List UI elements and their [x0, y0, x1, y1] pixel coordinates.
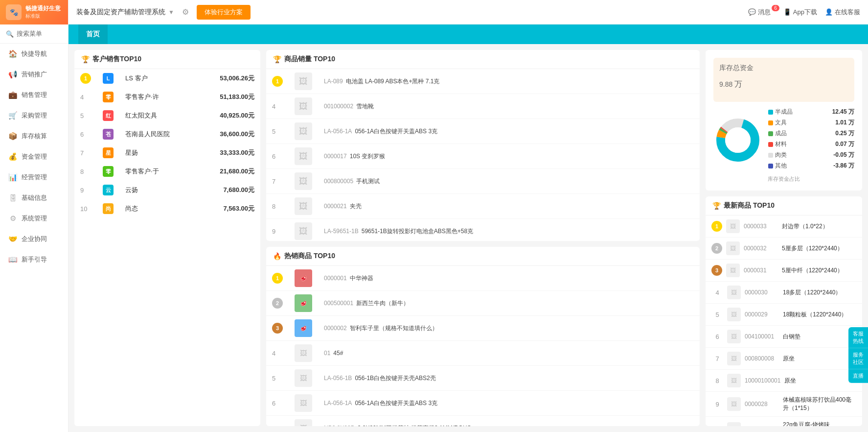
sidebar-item-label: 库存核算 — [22, 132, 47, 141]
table-row[interactable]: 2 🥩 000500001新西兰牛肉（新牛） — [266, 291, 700, 316]
table-row[interactable]: 7 🖼 NB2.0X30B2.0X30MM双搓花轴,搓花直径2.1MM/ROHS — [266, 416, 700, 427]
messages-btn[interactable]: 💬 消息 6 — [748, 8, 776, 17]
icon-cell: L — [97, 69, 119, 88]
table-row[interactable]: 4 🖼 001000002雪地靴 — [266, 94, 700, 119]
table-row[interactable]: 7 🖼 000800005手机测试 — [266, 169, 700, 194]
product-thumb: 🖼 — [726, 264, 740, 277]
rank-cell: 7 — [266, 416, 289, 427]
list-item[interactable]: 1 🖼 0000033 封边带（1.0*22） — [706, 216, 862, 238]
list-item[interactable]: 5 🖼 0000029 18颗粒板（1220*2440） — [706, 304, 862, 326]
app-download-btn[interactable]: 📱 App下载 — [783, 8, 817, 17]
sidebar-item-purchase[interactable]: 🛒 采购管理 — [0, 105, 68, 126]
img-cell: 🖼 — [289, 416, 318, 427]
message-icon: 💬 — [748, 8, 756, 16]
img-cell: 🖼 — [289, 391, 318, 416]
sidebar-item-system[interactable]: ⚙ 系统管理 — [0, 208, 68, 229]
table-row[interactable]: 1 🖼 LA-089电池盖 LA-089 ABS本色+黑种 7.1克 — [266, 69, 700, 94]
guide-icon: 📖 — [8, 255, 18, 264]
legend-label: 半成品 — [775, 108, 830, 116]
table-row[interactable]: 1 🥩 0000001中华神器 — [266, 266, 700, 291]
amount-cell: 36,600.00元 — [197, 125, 260, 144]
table-row[interactable]: 8 🖼 0000021夹壳 — [266, 194, 700, 219]
list-item[interactable]: 4 🖼 0000030 18多层（1220*2440） — [706, 282, 862, 304]
customer-sales-table: 1 L LS 客户 53,006.26元 4 零 零售客户·许 51,183.0… — [74, 69, 260, 218]
list-item[interactable]: 9 🖼 0000028 体械嘉核味苏打饮品400毫升（1*15） — [706, 392, 862, 417]
table-row[interactable]: 6 苍 苍南县人民医院 36,600.00元 — [74, 125, 260, 144]
trophy-icon2: 🏆 — [273, 55, 281, 63]
product-name: 5厘多层（1220*2440） — [782, 244, 856, 253]
product-img: 🥩 — [295, 269, 312, 287]
legend-label: 材料 — [775, 140, 833, 148]
rank-cell: 7 — [74, 144, 97, 162]
amount-cell: 21,680.00元 — [197, 162, 260, 181]
product-info: NB2.0X30B2.0X30MM双搓花轴,搓花直径2.1MM/ROHS — [318, 416, 700, 427]
table-row[interactable]: 1 L LS 客户 53,006.26元 — [74, 69, 260, 88]
rank-cell: 10 — [74, 199, 97, 218]
messages-label: 消息 — [758, 8, 771, 17]
product-name: 5厘中纤（1220*2440） — [782, 266, 856, 275]
sidebar-item-label: 营销推广 — [22, 70, 47, 79]
settings-icon[interactable]: ⚙ — [180, 5, 191, 19]
list-item[interactable]: 2 🖼 0000032 5厘多层（1220*2440） — [706, 238, 862, 260]
name-cell: LS 客户 — [119, 69, 197, 88]
list-item[interactable]: 6 🖼 004100001 白钢垫 — [706, 326, 862, 348]
sidebar-item-basic-info[interactable]: 🗄 基础信息 — [0, 188, 68, 208]
table-row[interactable]: 10 尚 尚态 7,563.00元 — [74, 199, 260, 218]
product-thumb: 🖼 — [727, 397, 741, 411]
table-row[interactable]: 5 🖼 LA-056-1A056-1A白色按键开关盖ABS 3克 — [266, 119, 700, 144]
search-menu[interactable]: 🔍 搜索菜单 — [0, 24, 68, 44]
online-service-btn[interactable]: 👤 在线客服 — [825, 8, 860, 17]
legend-label: 肉类 — [775, 151, 831, 159]
sidebar-item-marketing[interactable]: 📢 营销推广 — [0, 64, 68, 85]
float-btn-community[interactable]: 服务社区 — [848, 348, 868, 369]
sidebar-item-sales[interactable]: 💼 销售管理 — [0, 85, 68, 105]
experience-btn[interactable]: 体验行业方案 — [197, 5, 251, 20]
table-row[interactable]: 6 🖼 000001710S 变刹罗猴 — [266, 144, 700, 169]
product-thumb: 🖼 — [295, 147, 312, 165]
float-btn-live[interactable]: 直播 — [848, 369, 868, 383]
table-row[interactable]: 3 🥩 0000002智利车子里（规格不知道填什么） — [266, 316, 700, 341]
product-code: 0000029 — [745, 311, 779, 318]
float-btn-service[interactable]: 客服热线 — [848, 327, 868, 348]
sidebar-item-label: 系统管理 — [22, 214, 47, 223]
system-selector[interactable]: 装备及固定资产辅助管理系统 ▼ — [76, 8, 174, 17]
float-buttons: 客服热线 服务社区 直播 — [848, 327, 868, 383]
amount-cell: 7,563.00元 — [197, 199, 260, 218]
table-row[interactable]: 6 🖼 LA-056-1A056-1A白色按键开关盖ABS 3克 — [266, 391, 700, 416]
img-cell: 🖼 — [289, 144, 318, 169]
sidebar-item-quicknav[interactable]: 🏠 快捷导航 — [0, 44, 68, 64]
product-info: LA-056-1B056-1B白色按键开关壳ABS2壳 — [318, 366, 700, 391]
table-row[interactable]: 9 云 云扬 7,680.00元 — [74, 181, 260, 199]
sidebar-item-guide[interactable]: 📖 新手引导 — [0, 249, 68, 270]
name-cell: 红太阳文具 — [119, 106, 197, 125]
list-item[interactable]: 7 🖼 000800008 原坐 — [706, 348, 862, 370]
list-item[interactable]: 8 🖼 10000100001 原坐 — [706, 370, 862, 392]
table-row[interactable]: 5 🖼 LA-056-1B056-1B白色按键开关壳ABS2壳 — [266, 366, 700, 391]
table-row[interactable]: 7 星 星扬 33,333.00元 — [74, 144, 260, 162]
hot-products-table: 1 🥩 0000001中华神器 2 🥩 000500001新西兰牛肉（新牛） 3… — [266, 266, 700, 426]
img-cell: 🖼 — [289, 169, 318, 194]
list-item[interactable]: 10 🖼 003800001 22g鱼豆腐-烧烤味（1*12*20） — [706, 417, 862, 426]
sidebar-item-label: 采购管理 — [22, 111, 47, 120]
product-thumb: 🖼 — [295, 344, 312, 362]
table-row[interactable]: 8 零 零售客户·于 21,680.00元 — [74, 162, 260, 181]
product-code: 0000028 — [745, 401, 779, 408]
sidebar-item-label: 经营管理 — [22, 173, 47, 182]
product-img: 🥩 — [295, 319, 312, 337]
list-item[interactable]: 3 🖼 0000031 5厘中纤（1220*2440） — [706, 260, 862, 282]
sidebar-item-finance[interactable]: 💰 资金管理 — [0, 146, 68, 167]
product-info: 0000002智利车子里（规格不知道填什么） — [318, 316, 700, 341]
sidebar-item-inventory[interactable]: 📦 库存核算 — [0, 126, 68, 146]
page-tab-home[interactable]: 首页 — [78, 24, 108, 44]
rank-cell: 6 — [266, 391, 289, 416]
table-row[interactable]: 4 零 零售客户·许 51,183.00元 — [74, 88, 260, 106]
mid-panel: 🏆 商品销量 TOP10 1 🖼 LA-089电池盖 LA-089 ABS本色+… — [266, 50, 700, 426]
table-row[interactable]: 9 🖼 LA-59651-1B59651-1B旋转投影灯电池盒ABS黑色+58克 — [266, 219, 700, 241]
img-cell: 🖼 — [289, 341, 318, 366]
sidebar-item-collab[interactable]: 🤝 企业协同 — [0, 229, 68, 249]
table-row[interactable]: 5 红 红太阳文具 40,925.00元 — [74, 106, 260, 125]
sidebar-header: 🐾 畅捷通好生意 标准版 — [0, 0, 68, 24]
table-row[interactable]: 4 🖼 0145# — [266, 341, 700, 366]
rank-cell: 3 — [266, 316, 289, 341]
sidebar-item-operations[interactable]: 📊 经营管理 — [0, 167, 68, 188]
